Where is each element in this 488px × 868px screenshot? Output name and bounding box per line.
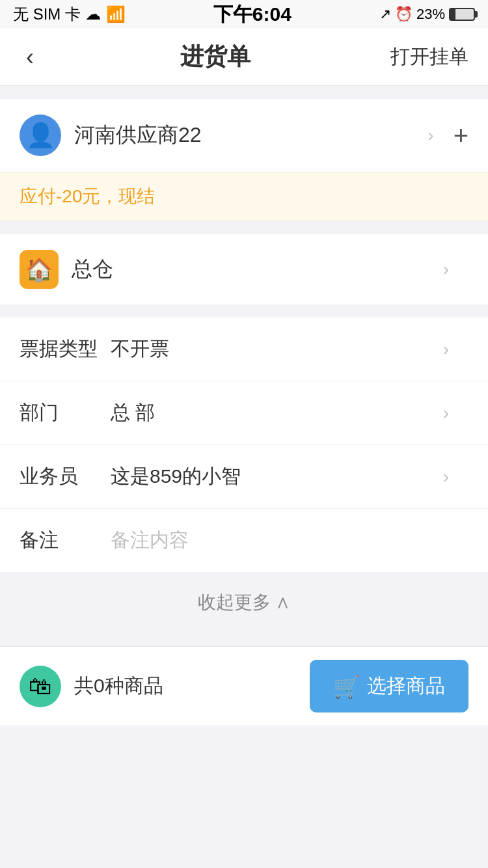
select-product-icon: 🛒 <box>333 673 360 699</box>
select-product-button[interactable]: 🛒 选择商品 <box>310 660 468 712</box>
status-left: 无 SIM 卡 ☁ 📶 <box>13 4 126 25</box>
supplier-chevron-icon: › <box>427 125 433 146</box>
product-count: 共0种商品 <box>74 673 310 699</box>
salesperson-row[interactable]: 业务员 这是859的小智 › <box>0 445 488 509</box>
salesperson-label: 业务员 <box>20 463 111 490</box>
form-section: 票据类型 不开票 › 部门 总 部 › 业务员 这是859的小智 › 备注 备注… <box>0 318 488 572</box>
supplier-name: 河南供应商22 <box>74 121 427 150</box>
department-label: 部门 <box>20 400 111 426</box>
gap-2 <box>0 221 488 234</box>
department-chevron-icon: › <box>443 403 449 424</box>
department-value: 总 部 <box>111 400 443 426</box>
wifi-icon: 📶 <box>106 5 126 23</box>
nav-bar: ‹ 进货单 打开挂单 <box>0 29 488 86</box>
ticket-type-chevron-icon: › <box>443 339 449 360</box>
status-time: 下午6:04 <box>213 1 291 28</box>
remark-placeholder[interactable]: 备注内容 <box>111 527 468 554</box>
warehouse-name: 总仓 <box>72 255 443 284</box>
supplier-section: 👤 河南供应商22 › + 应付-20元，现结 <box>0 99 488 221</box>
gap-4 <box>0 633 488 646</box>
add-supplier-button[interactable]: + <box>454 121 468 150</box>
salesperson-value: 这是859的小智 <box>111 463 443 490</box>
product-icon-symbol: 🛍 <box>29 673 52 700</box>
ticket-type-value: 不开票 <box>111 336 443 362</box>
product-icon: 🛍 <box>20 666 61 707</box>
battery-text: 23% <box>416 6 445 23</box>
avatar-icon: 👤 <box>26 122 55 149</box>
salesperson-chevron-icon: › <box>443 467 449 487</box>
select-product-label: 选择商品 <box>367 673 445 699</box>
warehouse-section: 🏠 总仓 › <box>0 234 488 305</box>
warehouse-icon-symbol: 🏠 <box>25 256 53 282</box>
warehouse-row[interactable]: 🏠 总仓 › <box>0 234 488 305</box>
ticket-type-label: 票据类型 <box>20 336 111 362</box>
remark-row[interactable]: 备注 备注内容 <box>0 509 488 572</box>
remaining-space <box>0 726 488 868</box>
bottom-bar: 🛍 共0种商品 🛒 选择商品 <box>0 646 488 726</box>
signal-text: 无 SIM 卡 ☁ <box>13 4 101 25</box>
department-row[interactable]: 部门 总 部 › <box>0 381 488 445</box>
back-button[interactable]: ‹ <box>20 37 40 77</box>
supplier-avatar: 👤 <box>20 115 61 156</box>
gap-1 <box>0 86 488 99</box>
remark-label: 备注 <box>20 527 111 554</box>
collapse-row[interactable]: 收起更多 ∧ <box>0 572 488 633</box>
warehouse-icon: 🏠 <box>20 250 59 289</box>
warehouse-chevron-icon: › <box>443 259 449 280</box>
gap-3 <box>0 305 488 318</box>
supplier-row[interactable]: 👤 河南供应商22 › + <box>0 99 488 172</box>
status-bar: 无 SIM 卡 ☁ 📶 下午6:04 ↗ ⏰ 23% <box>0 0 488 29</box>
location-icon: ↗ <box>379 6 391 23</box>
open-pending-button[interactable]: 打开挂单 <box>390 44 468 70</box>
alarm-icon: ⏰ <box>395 6 413 23</box>
notice-bar: 应付-20元，现结 <box>0 172 488 221</box>
page-title: 进货单 <box>180 41 251 73</box>
collapse-label: 收起更多 ∧ <box>198 590 291 615</box>
ticket-type-row[interactable]: 票据类型 不开票 › <box>0 318 488 381</box>
status-right: ↗ ⏰ 23% <box>379 6 475 23</box>
battery-icon <box>449 8 475 21</box>
notice-text: 应付-20元，现结 <box>20 186 155 206</box>
